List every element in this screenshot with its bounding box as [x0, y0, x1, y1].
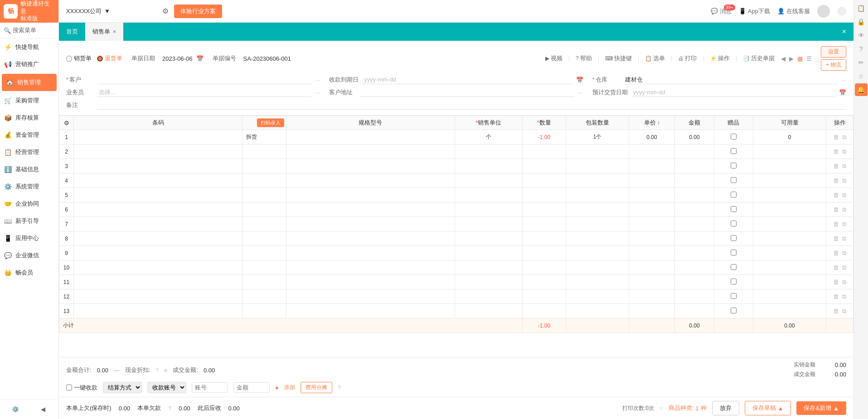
row-gift[interactable]	[714, 217, 753, 231]
address-more-icon[interactable]: ···	[578, 89, 583, 96]
row-delete-icon[interactable]: 🗑	[833, 148, 839, 155]
row-spec[interactable]	[286, 130, 455, 144]
salesman-more-icon[interactable]: ···	[315, 89, 320, 96]
sidebar-item-quick-nav[interactable]: ⚡ 快捷导航	[0, 39, 58, 56]
row-barcode[interactable]	[74, 231, 242, 246]
row-barcode[interactable]	[74, 217, 242, 231]
row-barcode[interactable]	[74, 188, 242, 202]
warehouse-more-icon[interactable]: ···	[841, 77, 846, 83]
row-copy-icon[interactable]: ⧉	[842, 177, 846, 184]
row-barcode[interactable]	[74, 304, 242, 318]
save-draft-btn[interactable]: 保存草稿 ▲	[745, 401, 791, 415]
row-barcode[interactable]	[74, 159, 242, 173]
right-panel-edit-icon[interactable]: ✏	[855, 56, 868, 69]
row-copy-icon[interactable]: ⧉	[842, 221, 846, 227]
row-delete-icon[interactable]: 🗑	[833, 293, 839, 300]
row-gift[interactable]	[714, 202, 753, 217]
row-price[interactable]	[629, 231, 674, 246]
row-gift[interactable]	[714, 289, 753, 304]
col-settings[interactable]: ⚙	[59, 116, 74, 130]
tab-home[interactable]: 首页	[59, 23, 85, 41]
row-price[interactable]	[629, 217, 674, 231]
delivery-date-calendar-icon[interactable]: 📅	[839, 89, 846, 96]
right-panel-lock-icon[interactable]: 🔒	[855, 15, 868, 28]
row-qty[interactable]	[522, 304, 566, 318]
row-qty[interactable]	[522, 260, 566, 275]
settings-btn[interactable]: 设置	[821, 46, 846, 58]
scan-btn[interactable]: 扫码录入	[257, 119, 284, 127]
row-qty[interactable]: -1.00	[522, 130, 566, 144]
row-product[interactable]: 拆货	[242, 130, 286, 144]
app-download-btn[interactable]: 📱 App下载	[739, 7, 770, 15]
online-service-btn[interactable]: 👤 在线客服	[777, 7, 810, 15]
row-delete-icon[interactable]: 🗑	[833, 192, 839, 198]
row-delete-icon[interactable]: 🗑	[833, 206, 839, 213]
row-gift[interactable]	[714, 246, 753, 260]
row-spec[interactable]	[286, 173, 455, 188]
row-qty[interactable]	[522, 246, 566, 260]
row-price[interactable]	[629, 202, 674, 217]
sidebar-item-finance[interactable]: 💰 资金管理	[0, 126, 58, 144]
sidebar-item-system[interactable]: ⚙️ 系统管理	[0, 178, 58, 195]
row-price[interactable]	[629, 173, 674, 188]
row-product[interactable]	[242, 289, 286, 304]
row-gift[interactable]	[714, 130, 753, 144]
row-gift[interactable]	[714, 231, 753, 246]
row-product[interactable]	[242, 217, 286, 231]
expense-help-icon[interactable]: ?	[338, 384, 341, 391]
history-btn[interactable]: 📑 历史单据	[740, 53, 777, 63]
sidebar-item-guide[interactable]: 📖 新手引导	[0, 212, 58, 230]
row-product[interactable]	[242, 260, 286, 275]
sidebar-item-appstore[interactable]: 📱 应用中心	[0, 230, 58, 247]
due-date-input[interactable]	[362, 75, 572, 84]
abandon-btn[interactable]: 放弃	[712, 401, 739, 415]
row-qty[interactable]	[522, 202, 566, 217]
customer-more-icon[interactable]: ···	[315, 77, 320, 83]
radio-sales[interactable]: 销货单	[66, 54, 92, 63]
help-btn[interactable]: ? 帮助	[573, 53, 595, 63]
save-new-btn[interactable]: 保存&新增 ▲	[796, 401, 846, 415]
row-spec[interactable]	[286, 304, 455, 318]
nav-next-icon[interactable]: ▶	[789, 55, 794, 62]
message-btn[interactable]: 💬 消息 99+	[711, 7, 732, 15]
row-delete-icon[interactable]: 🗑	[833, 264, 839, 271]
list-view-icon[interactable]: ☰	[806, 55, 812, 62]
salesman-input[interactable]	[97, 88, 311, 97]
settings-gear-icon[interactable]: ⚙	[64, 120, 69, 126]
row-delete-icon[interactable]: 🗑	[833, 279, 839, 285]
row-price[interactable]	[629, 275, 674, 289]
due-date-calendar-icon[interactable]: 📅	[576, 77, 583, 83]
row-delete-icon[interactable]: 🗑	[833, 221, 839, 227]
user-avatar[interactable]	[817, 5, 830, 18]
row-product[interactable]	[242, 159, 286, 173]
expense-btn[interactable]: 费用分摊	[301, 382, 332, 393]
row-copy-icon[interactable]: ⧉	[842, 264, 846, 271]
sidebar-item-marketing[interactable]: 📢 营销推广	[0, 56, 58, 73]
row-copy-icon[interactable]: ⧉	[842, 250, 846, 256]
product-kind-icon[interactable]: ○	[659, 405, 663, 412]
row-product[interactable]	[242, 231, 286, 246]
row-qty[interactable]	[522, 231, 566, 246]
row-copy-icon[interactable]: ⧉	[842, 293, 846, 300]
select-btn[interactable]: 📋 选单	[642, 53, 668, 63]
add-btn[interactable]: 添加	[284, 384, 295, 391]
row-price[interactable]	[629, 304, 674, 318]
row-gift[interactable]	[714, 260, 753, 275]
row-delete-icon[interactable]: 🗑	[833, 177, 839, 184]
row-price[interactable]	[629, 188, 674, 202]
row-price[interactable]	[629, 159, 674, 173]
row-copy-icon[interactable]: ⧉	[842, 279, 846, 285]
row-price[interactable]	[629, 246, 674, 260]
row-spec[interactable]	[286, 202, 455, 217]
sidebar-settings-btn[interactable]: ⚙️	[4, 403, 28, 415]
row-spec[interactable]	[286, 217, 455, 231]
topbar-settings-icon[interactable]: ⚙	[162, 7, 169, 15]
remark-input[interactable]	[97, 101, 846, 110]
row-delete-icon[interactable]: 🗑	[833, 134, 839, 140]
sidebar-item-operations[interactable]: 📋 经营管理	[0, 144, 58, 161]
row-product[interactable]	[242, 188, 286, 202]
row-gift[interactable]	[714, 159, 753, 173]
tabbar-close-btn[interactable]: ×	[842, 28, 846, 36]
row-qty[interactable]	[522, 289, 566, 304]
row-price[interactable]	[629, 260, 674, 275]
